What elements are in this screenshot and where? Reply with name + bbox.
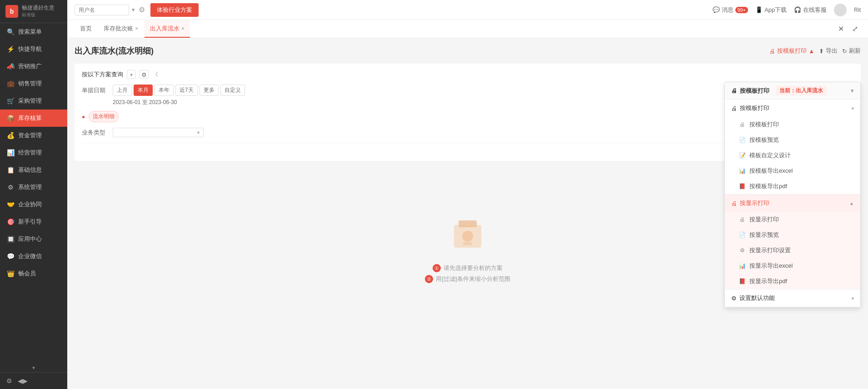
dropdown-section-default-header[interactable]: ⚙ 设置默认功能 ▾ [725, 289, 860, 307]
tab-inventory-batch[interactable]: 库存批次账 × [98, 20, 144, 38]
display-excel-icon: 📊 [738, 262, 746, 269]
sidebar-bottom: ⚙ ◀▶ [0, 372, 67, 389]
sidebar-item-member[interactable]: 👑 畅会员 [0, 265, 67, 282]
dropdown-title-text: 按模板打印 [740, 87, 769, 95]
sidebar-label-finance: 资金管理 [18, 131, 42, 140]
sidebar-label-enterprise: 企业协同 [18, 200, 42, 209]
dropdown-header: 🖨 按模板打印 当前：出入库流水 ▾ [725, 82, 860, 100]
sidebar-icon-basic: 📋 [6, 166, 15, 174]
headset-icon: 🎧 [794, 6, 801, 13]
sidebar-item-system[interactable]: ⚙ 系统管理 [0, 179, 67, 196]
date-btn-this-month[interactable]: 本月 [134, 85, 153, 96]
page-title-actions: 🖨 按模板打印 ▲ ⬆ 导出 ↻ 刷新 [769, 47, 861, 55]
sidebar-item-operations[interactable]: 📊 经营管理 [0, 144, 67, 161]
search-panel-header: 按以下方案查询 + ⚙ 《 [82, 70, 853, 79]
dropdown-item-template-custom[interactable]: 📝 模板自定义设计 [725, 148, 860, 163]
biz-type-select[interactable]: ▾ [113, 128, 204, 137]
sidebar-item-basic[interactable]: 📋 基础信息 [0, 161, 67, 179]
filter-icon: ● [82, 114, 85, 120]
dropdown-item-template-pdf[interactable]: 📕 按模板导出pdf [725, 179, 860, 194]
page-content: 出入库流水(流水明细) 🖨 按模板打印 ▲ ⬆ 导出 ↻ 刷新 [67, 38, 868, 389]
template-section-title: 🖨 按模板打印 [731, 104, 769, 112]
template-section-label: 按模板打印 [740, 104, 769, 112]
template-print-button[interactable]: 🖨 按模板打印 ▲ [769, 47, 814, 55]
tab-home[interactable]: 首页 [75, 20, 97, 38]
search-collapse-btn[interactable]: 《 [152, 70, 158, 79]
refresh-icon: ↻ [842, 48, 847, 55]
page-title-text: 出入库流水(流水明细) [75, 45, 154, 56]
sidebar-label-guide: 新手引导 [18, 218, 42, 226]
date-btn-7days[interactable]: 近7天 [175, 85, 198, 96]
display-pdf-label: 按显示导出pdf [749, 277, 854, 285]
template-print-item-label: 按模板打印 [749, 120, 854, 129]
sidebar-item-sales[interactable]: 💼 销售管理 [0, 75, 67, 92]
display-section-label: 按显示打印 [740, 199, 769, 207]
dropdown-section-display-header[interactable]: 🖨 按显示打印 ▲ [725, 194, 860, 212]
dropdown-item-display-excel[interactable]: 📊 按显示导出excel [725, 258, 860, 274]
export-button[interactable]: ⬆ 导出 [819, 47, 838, 55]
app-download-action[interactable]: 📱 App下载 [755, 6, 787, 14]
dropdown-item-template-preview[interactable]: 📄 按模板预览 [725, 132, 860, 148]
user-avatar[interactable] [834, 4, 847, 16]
sidebar-icon-system: ⚙ [6, 183, 15, 191]
filter-tag[interactable]: 流水明细 [89, 111, 119, 122]
sidebar-item-purchase[interactable]: 🛒 采购管理 [0, 92, 67, 110]
tab-inventory-batch-close[interactable]: × [135, 25, 138, 32]
tab-close-all-btn[interactable]: ✕ [835, 24, 847, 34]
search-add-btn[interactable]: + [127, 70, 136, 79]
customer-service-action[interactable]: 🎧 在线客服 [794, 6, 827, 14]
dropdown-item-template-print[interactable]: 🖨 按模板打印 [725, 117, 860, 132]
settings-icon[interactable]: ⚙ [6, 377, 12, 384]
sidebar-item-enterprise[interactable]: 🤝 企业协同 [0, 196, 67, 213]
template-print-arrow: ▲ [808, 48, 814, 55]
printer-icon: 🖨 [769, 48, 775, 55]
dropdown-item-display-preview[interactable]: 📄 按显示预览 [725, 227, 860, 243]
sidebar-item-finance[interactable]: 💰 资金管理 [0, 127, 67, 144]
tab-inout-flow[interactable]: 出入库流水 × [145, 20, 190, 38]
dropdown-section-template-header[interactable]: 🖨 按模板打印 ▾ [725, 100, 860, 117]
date-label: 单据日期 [82, 86, 109, 95]
date-btn-this-year[interactable]: 本年 [155, 85, 174, 96]
sidebar-icon-appcenter: 🔲 [6, 235, 15, 243]
dropdown-item-template-excel[interactable]: 📊 按模板导出excel [725, 163, 860, 179]
sidebar-scroll-down[interactable]: ▼ [0, 364, 67, 372]
dropdown-header-arrow[interactable]: ▾ [851, 87, 854, 94]
date-btn-custom[interactable]: 自定义 [220, 85, 245, 96]
search-settings-btn[interactable]: ⚙ [140, 70, 149, 79]
sidebar-item-inventory[interactable]: 📦 库存核算 [0, 110, 67, 127]
dropdown-item-display-pdf[interactable]: 📕 按显示导出pdf [725, 274, 860, 289]
trial-button[interactable]: 体验行业方案 [150, 3, 199, 17]
header-gear-icon[interactable]: ⚙ [139, 5, 145, 14]
date-btn-more[interactable]: 更多 [200, 85, 219, 96]
template-excel-label: 按模板导出excel [749, 167, 854, 175]
empty-hint-2: ② 用[过滤]条件来缩小分析范围 [425, 275, 510, 283]
display-settings-icon: ⚙ [738, 247, 746, 254]
sidebar-icon-guide: 🎯 [6, 218, 15, 226]
template-preview-label: 按模板预览 [749, 136, 854, 144]
sidebar-label-search: 搜索菜单 [18, 28, 42, 36]
messages-action[interactable]: 💬 消息 99+ [713, 6, 748, 14]
sidebar-icon-sales: 💼 [6, 80, 15, 88]
biz-type-dropdown-icon: ▾ [197, 130, 200, 135]
user-dropdown-icon[interactable]: ▾ [132, 6, 135, 13]
tab-maximize-btn[interactable]: ⤢ [849, 24, 861, 34]
user-input[interactable] [75, 5, 129, 15]
tab-inout-flow-close[interactable]: × [181, 25, 185, 32]
sidebar-item-appcenter[interactable]: 🔲 应用中心 [0, 230, 67, 248]
collapse-icon[interactable]: ◀▶ [18, 377, 28, 384]
sidebar-item-quicknav[interactable]: ⚡ 快捷导航 [0, 40, 67, 58]
display-pdf-icon: 📕 [738, 278, 746, 285]
export-label: 导出 [826, 47, 838, 55]
refresh-button[interactable]: ↻ 刷新 [842, 47, 861, 55]
sidebar-item-wechat[interactable]: 💬 企业微信 [0, 248, 67, 265]
dropdown-item-display-settings[interactable]: ⚙ 按显示打印设置 [725, 243, 860, 258]
display-preview-icon: 📄 [738, 231, 746, 239]
sidebar-item-guide[interactable]: 🎯 新手引导 [0, 213, 67, 230]
app-logo-icon: b [5, 5, 18, 18]
sidebar-item-search[interactable]: 🔍 搜索菜单 [0, 23, 67, 40]
app-download-label: App下载 [764, 6, 787, 14]
company-name: 畅捷通好生意 [22, 5, 55, 12]
sidebar-item-marketing[interactable]: 📣 营销推广 [0, 58, 67, 75]
dropdown-item-display-print[interactable]: 🖨 按显示打印 [725, 212, 860, 227]
date-btn-last-month[interactable]: 上月 [113, 85, 132, 96]
